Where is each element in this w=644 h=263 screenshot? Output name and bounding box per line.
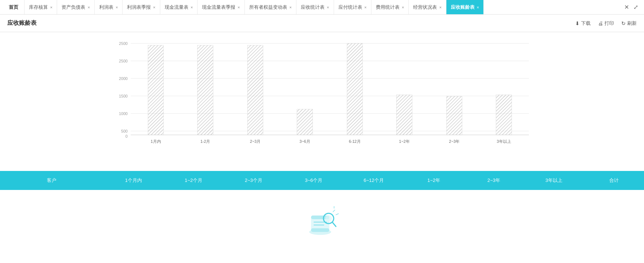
tab-equity[interactable]: 所有者权益变动表 × <box>245 0 296 15</box>
bar-1-2月 <box>198 45 213 135</box>
tab-cashflow-label: 现金流量表 <box>165 4 188 11</box>
empty-state <box>0 190 644 263</box>
tab-profit-quarter[interactable]: 利润表季报 × <box>123 0 160 15</box>
bar-1月内 <box>148 45 164 135</box>
svg-rect-26 <box>311 228 329 232</box>
tab-ar-stat[interactable]: 应收统计表 × <box>296 0 334 15</box>
tab-cashflow[interactable]: 现金流量表 × <box>160 0 198 15</box>
tab-operation[interactable]: 经营状况表 × <box>409 0 446 15</box>
svg-text:0: 0 <box>126 134 128 138</box>
tab-expense-stat[interactable]: 费用统计表 × <box>371 0 409 15</box>
print-label: 打印 <box>604 20 614 27</box>
refresh-button[interactable]: ↻ 刷新 <box>621 20 637 27</box>
svg-text:1~2年: 1~2年 <box>399 139 410 144</box>
tab-ap-stat-close[interactable]: × <box>364 5 367 9</box>
empty-illustration <box>300 205 344 241</box>
bar-3-6月 <box>297 109 313 135</box>
th-1month: 1个月内 <box>104 177 164 184</box>
tab-cashflow-quarter[interactable]: 现金流量表季报 × <box>198 0 244 15</box>
bar-1-2年 <box>397 95 412 135</box>
svg-text:2~3月: 2~3月 <box>250 139 261 144</box>
tab-expense-stat-close[interactable]: × <box>402 5 404 9</box>
tab-operation-label: 经营状况表 <box>413 4 437 11</box>
th-6-12month: 6~12个月 <box>344 177 404 184</box>
svg-text:3~6月: 3~6月 <box>300 139 310 144</box>
tab-inventory-label: 库存核算 <box>29 4 48 11</box>
minimize-button[interactable]: ✕ <box>624 4 629 11</box>
tab-cashflow-quarter-close[interactable]: × <box>237 5 240 9</box>
tab-ar-stat-label: 应收统计表 <box>301 4 325 11</box>
tab-cashflow-quarter-label: 现金流量表季报 <box>202 4 235 11</box>
tab-ar-aging-close[interactable]: × <box>477 5 479 9</box>
refresh-icon: ↻ <box>621 20 626 26</box>
svg-text:2500: 2500 <box>119 59 128 63</box>
th-customer: 客户 <box>0 177 104 184</box>
svg-text:6-12月: 6-12月 <box>349 139 360 144</box>
table-header: 客户 1个月内 1~2个月 2~3个月 3~6个月 6~12个月 1~2年 2~… <box>0 171 644 190</box>
tab-profit-quarter-label: 利润表季报 <box>127 4 151 11</box>
tab-balance-close[interactable]: × <box>87 5 90 9</box>
maximize-button[interactable]: ⤢ <box>633 4 638 11</box>
th-3-6month: 3~6个月 <box>284 177 344 184</box>
svg-point-30 <box>325 215 332 222</box>
download-icon: ⬇ <box>575 20 580 26</box>
svg-text:1000: 1000 <box>119 111 128 116</box>
svg-text:1月内: 1月内 <box>151 139 161 144</box>
th-3year-plus: 3年以上 <box>524 177 584 184</box>
chart-area: 2500 2500 2000 1500 1000 500 0 1月内 1-2月 … <box>0 32 644 171</box>
window-controls: ✕ ⤢ <box>624 4 641 11</box>
th-1-2month: 1~2个月 <box>164 177 224 184</box>
tab-home-label: 首页 <box>9 4 18 11</box>
svg-text:2~3年: 2~3年 <box>449 139 460 144</box>
th-2-3year: 2~3年 <box>464 177 524 184</box>
tab-cashflow-close[interactable]: × <box>191 5 193 9</box>
header-actions: ⬇ 下载 🖨 打印 ↻ 刷新 <box>575 20 637 27</box>
bar-2-3月 <box>247 45 263 135</box>
download-label: 下载 <box>581 20 591 27</box>
tab-expense-stat-label: 费用统计表 <box>376 4 400 11</box>
tab-profit-quarter-close[interactable]: × <box>153 5 155 9</box>
refresh-label: 刷新 <box>627 20 637 27</box>
bar-chart: 2500 2500 2000 1500 1000 500 0 1月内 1-2月 … <box>11 39 633 156</box>
tab-balance-label: 资产负债表 <box>61 4 85 11</box>
tab-bar: 首页 库存核算 × 资产负债表 × 利润表 × 利润表季报 × 现金流量表 × … <box>0 0 644 15</box>
svg-line-31 <box>332 222 336 226</box>
tab-inventory[interactable]: 库存核算 × <box>25 0 57 15</box>
svg-line-32 <box>333 210 335 212</box>
tab-profit[interactable]: 利润表 × <box>95 0 123 15</box>
svg-text:1500: 1500 <box>119 94 128 98</box>
print-button[interactable]: 🖨 打印 <box>598 20 614 27</box>
tab-balance[interactable]: 资产负债表 × <box>57 0 94 15</box>
tab-home[interactable]: 首页 <box>3 0 25 15</box>
svg-text:1-2月: 1-2月 <box>201 139 210 144</box>
page-title: 应收账龄表 <box>7 19 37 27</box>
print-icon: 🖨 <box>598 20 603 26</box>
tab-ar-aging[interactable]: 应收账龄表 × <box>446 0 484 15</box>
tab-ar-aging-label: 应收账龄表 <box>451 4 475 11</box>
svg-line-33 <box>336 214 338 215</box>
th-1-2year: 1~2年 <box>404 177 464 184</box>
tab-profit-label: 利润表 <box>99 4 113 11</box>
tab-equity-close[interactable]: × <box>289 5 292 9</box>
bar-3年以上 <box>496 95 512 135</box>
bar-6-12月 <box>347 43 363 135</box>
download-button[interactable]: ⬇ 下载 <box>575 20 591 27</box>
svg-text:2000: 2000 <box>119 76 128 81</box>
tab-inventory-close[interactable]: × <box>50 5 52 9</box>
tab-operation-close[interactable]: × <box>439 5 441 9</box>
svg-text:2500: 2500 <box>119 41 128 46</box>
main-content: 2500 2500 2000 1500 1000 500 0 1月内 1-2月 … <box>0 32 644 263</box>
tab-ar-stat-close[interactable]: × <box>327 5 329 9</box>
svg-text:500: 500 <box>121 129 128 133</box>
tab-ap-stat-label: 应付统计表 <box>338 4 362 11</box>
th-2-3month: 2~3个月 <box>224 177 284 184</box>
tab-profit-close[interactable]: × <box>116 5 118 9</box>
svg-text:3年以上: 3年以上 <box>497 139 511 144</box>
th-total: 合计 <box>584 177 644 184</box>
tab-ap-stat[interactable]: 应付统计表 × <box>334 0 371 15</box>
tab-equity-label: 所有者权益变动表 <box>249 4 287 11</box>
page-header: 应收账龄表 ⬇ 下载 🖨 打印 ↻ 刷新 <box>0 15 644 32</box>
bar-2-3年 <box>446 96 462 135</box>
